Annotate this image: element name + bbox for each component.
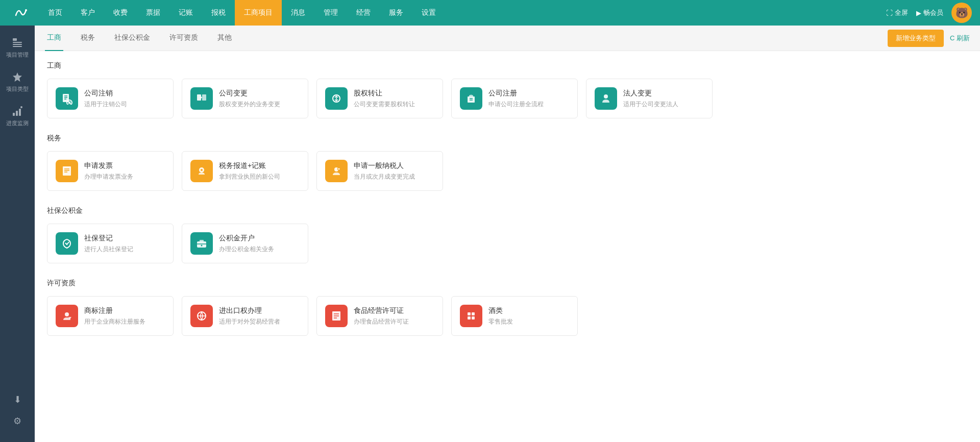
card-desc-import-export: 适用于对外贸易经营者 (219, 317, 300, 326)
section-shuiwu: 税务 申请发票 办理申请发票 (47, 134, 968, 191)
card-text-legal-change: 法人变更 适用于公司变更法人 (623, 89, 704, 109)
sidebar-label-project-type: 项目类型 (6, 85, 29, 93)
liquor-icon (460, 305, 482, 327)
card-desc-invoice-apply: 办理申请发票业务 (84, 173, 165, 181)
svg-rect-22 (468, 96, 475, 103)
nav-home[interactable]: 首页 (39, 0, 71, 26)
svg-point-25 (604, 94, 608, 99)
card-desc-trademark: 用于企业商标注册服务 (84, 317, 165, 326)
tab-qita[interactable]: 其他 (215, 26, 234, 51)
card-trademark[interactable]: 商标注册 用于企业商标注册服务 (47, 296, 174, 336)
nav-bill[interactable]: 票据 (137, 0, 169, 26)
tax-report-icon (190, 160, 213, 182)
section-shebao: 社保公积金 社保登记 进行人员社保登记 (47, 206, 968, 263)
sidebar-item-project-type[interactable]: 项目类型 (0, 65, 35, 99)
nav-operation[interactable]: 经营 (347, 0, 380, 26)
sidebar-settings-button[interactable]: ⚙ (0, 410, 35, 432)
card-title-equity-transfer: 股权转让 (354, 89, 434, 98)
tab-shuiwu[interactable]: 税务 (79, 26, 97, 51)
card-text-company-change: 公司变更 股权变更外的业务变更 (219, 89, 300, 109)
nav-service[interactable]: 服务 (380, 0, 412, 26)
vip-button[interactable]: ▶ 畅会员 (916, 8, 943, 17)
card-title-company-register: 公司注册 (488, 89, 569, 98)
card-general-taxpayer[interactable]: 申请一般纳税人 当月或次月成变更完成 (316, 151, 443, 191)
card-grid-gongshang: 公司注销 适用于注销公司 公司变 (47, 79, 968, 118)
vip-label: 畅会员 (923, 8, 943, 17)
nav-tax[interactable]: 报税 (202, 0, 235, 26)
legal-change-icon (595, 87, 617, 110)
nav-right: ⛶ 全屏 ▶ 畅会员 🐻 (886, 3, 972, 23)
card-equity-transfer[interactable]: 股权转让 公司变更需要股权转让 (316, 79, 443, 118)
card-desc-general-taxpayer: 当月或次月成变更完成 (354, 173, 434, 181)
card-provident-fund[interactable]: 公积金开户 办理公积金相关业务 (182, 224, 308, 263)
card-title-import-export: 进出口权办理 (219, 306, 300, 315)
card-invoice-apply[interactable]: 申请发票 办理申请发票业务 (47, 151, 174, 191)
nav-customer[interactable]: 客户 (71, 0, 104, 26)
scroll-content[interactable]: 工商 (35, 51, 980, 442)
sidebar-item-progress[interactable]: 进度监测 (0, 99, 35, 133)
top-navigation: 首页 客户 收费 票据 记账 报税 工商项目 消息 管理 经营 服务 设置 ⛶ … (0, 0, 980, 26)
card-grid-xuke: 商标注册 用于企业商标注册服务 (47, 296, 968, 336)
sidebar-download-button[interactable]: ⬇ (0, 389, 35, 410)
card-liquor[interactable]: 酒类 零售批发 (451, 296, 578, 336)
section-gongshang: 工商 (47, 61, 968, 118)
nav-message[interactable]: 消息 (282, 0, 314, 26)
main-layout: 项目管理 项目类型 进度监测 ⬇ ⚙ (0, 26, 980, 442)
card-company-register[interactable]: 公司注册 申请公司注册全流程 (451, 79, 578, 118)
card-desc-provident-fund: 办理公积金相关业务 (219, 245, 300, 254)
card-social-insurance[interactable]: 社保登记 进行人员社保登记 (47, 224, 174, 263)
card-desc-social-insurance: 进行人员社保登记 (84, 245, 165, 254)
svg-rect-7 (16, 111, 18, 116)
card-title-food-license: 食品经营许可证 (354, 306, 434, 315)
card-title-liquor: 酒类 (488, 306, 569, 315)
svg-rect-3 (13, 44, 22, 45)
tab-bar: 工商 税务 社保公积金 许可资质 其他 新增业务类型 C 刷新 (35, 26, 980, 51)
tab-gongshang[interactable]: 工商 (45, 26, 63, 51)
mascot-avatar[interactable]: 🐻 (951, 3, 972, 23)
trademark-icon (56, 305, 78, 327)
refresh-button[interactable]: C 刷新 (950, 34, 970, 43)
fullscreen-label: 全屏 (895, 8, 908, 17)
nav-accounting[interactable]: 记账 (169, 0, 202, 26)
company-change-icon (190, 87, 213, 110)
nav-settings[interactable]: 设置 (412, 0, 445, 26)
card-text-company-cancel: 公司注销 适用于注销公司 (84, 89, 165, 109)
card-title-general-taxpayer: 申请一般纳税人 (354, 161, 434, 170)
fullscreen-icon: ⛶ (886, 9, 893, 17)
tab-shebao[interactable]: 社保公积金 (112, 26, 152, 51)
card-text-equity-transfer: 股权转让 公司变更需要股权转让 (354, 89, 434, 109)
project-manage-icon (11, 37, 23, 49)
provident-fund-icon (190, 232, 213, 255)
content-area: 工商 税务 社保公积金 许可资质 其他 新增业务类型 C 刷新 工商 (35, 26, 980, 442)
svg-marker-5 (13, 72, 22, 82)
card-title-trademark: 商标注册 (84, 306, 165, 315)
tab-xuke[interactable]: 许可资质 (167, 26, 200, 51)
card-company-cancel[interactable]: 公司注销 适用于注销公司 (47, 79, 174, 118)
card-company-change[interactable]: 公司变更 股权变更外的业务变更 (182, 79, 308, 118)
svg-rect-37 (200, 240, 204, 242)
nav-business[interactable]: 工商项目 (235, 0, 282, 26)
card-text-company-register: 公司注册 申请公司注册全流程 (488, 89, 569, 109)
social-insurance-icon (56, 232, 78, 255)
card-title-company-change: 公司变更 (219, 89, 300, 98)
card-import-export[interactable]: 进出口权办理 适用于对外贸易经营者 (182, 296, 308, 336)
svg-rect-48 (472, 312, 475, 315)
sidebar-label-progress: 进度监测 (6, 119, 29, 127)
card-text-trademark: 商标注册 用于企业商标注册服务 (84, 306, 165, 326)
svg-rect-1 (13, 38, 17, 41)
fullscreen-button[interactable]: ⛶ 全屏 (886, 8, 908, 17)
card-tax-report[interactable]: 税务报道+记账 拿到营业执照的新公司 (182, 151, 308, 191)
card-food-license[interactable]: 食品经营许可证 办理食品经营许可证 (316, 296, 443, 336)
nav-fee[interactable]: 收费 (104, 0, 137, 26)
svg-point-9 (20, 106, 22, 108)
project-type-icon (11, 71, 23, 83)
card-desc-company-cancel: 适用于注销公司 (84, 100, 165, 109)
card-legal-change[interactable]: 法人变更 适用于公司变更法人 (586, 79, 713, 118)
sidebar-item-project-manage[interactable]: 项目管理 (0, 31, 35, 65)
invoice-apply-icon (56, 160, 78, 182)
new-type-button[interactable]: 新增业务类型 (888, 30, 944, 47)
card-desc-equity-transfer: 公司变更需要股权转让 (354, 100, 434, 109)
nav-manage[interactable]: 管理 (314, 0, 347, 26)
card-desc-company-change: 股权变更外的业务变更 (219, 100, 300, 109)
svg-rect-2 (13, 42, 22, 43)
